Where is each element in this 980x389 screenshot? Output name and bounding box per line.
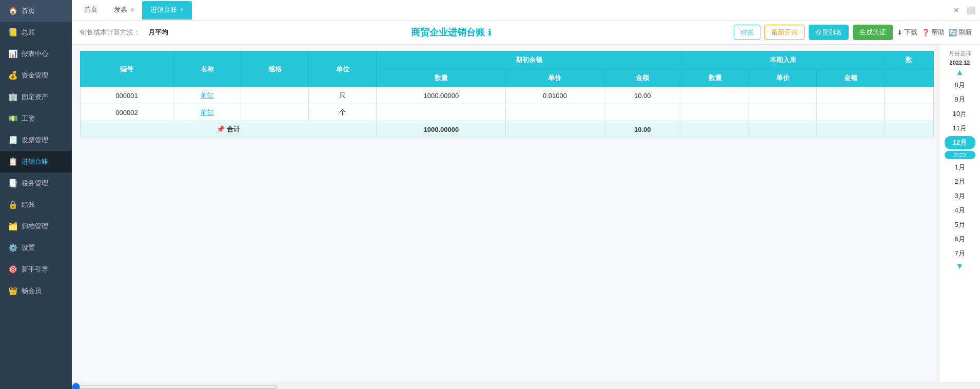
cell-ps-amount-1: 10.00 (604, 87, 681, 104)
tab-purchase-sales-close[interactable]: × (180, 6, 184, 13)
sidebar-item-invoice-mgmt[interactable]: 🧾 发票管理 (0, 129, 72, 151)
cell-name-1[interactable]: 前缸 (173, 87, 241, 104)
total-ib-amount (817, 121, 885, 138)
sidebar-label-salary: 工资 (22, 114, 35, 123)
sidebar-item-member[interactable]: 👑 畅会员 (0, 280, 72, 302)
window-close-btn[interactable]: ✕ (951, 5, 962, 15)
save-alias-button[interactable]: 存货别名 (809, 25, 849, 40)
month-7[interactable]: 7月 (945, 247, 975, 260)
sidebar-item-close[interactable]: 🔒 结账 (0, 194, 72, 216)
col-ps-qty: 数量 (377, 69, 506, 87)
help-button[interactable]: ❓ 帮助 (922, 28, 945, 37)
horizontal-scrollbar[interactable] (72, 383, 277, 389)
tab-home[interactable]: 首页 (76, 1, 106, 20)
month-8[interactable]: 8月 (945, 79, 975, 92)
cell-ib-price-2 (749, 104, 817, 121)
sidebar-item-purchase-sales[interactable]: 📋 进销台账 (0, 151, 72, 172)
month-panel: 月份选择 2022.12 ▲ 8月 9月 10月 11月 12月 2023 1月… (939, 45, 980, 382)
cell-ps-price-1: 0.01000 (506, 87, 604, 104)
month-4[interactable]: 4月 (945, 204, 975, 217)
total-ib-price (749, 121, 817, 138)
sidebar-label-reports: 报表中心 (22, 49, 48, 59)
sidebar-item-reports[interactable]: 📊 报表中心 (0, 43, 72, 65)
month-9[interactable]: 9月 (945, 93, 975, 106)
table-row: 000001 前缸 只 1000.00000 0.01000 10.00 (81, 87, 934, 104)
sidebar-item-ledger[interactable]: 📒 总账 (0, 22, 72, 43)
sidebar-item-archive[interactable]: 🗂️ 归档管理 (0, 216, 72, 237)
cell-ps-amount-2 (604, 104, 681, 121)
reports-icon: 📊 (8, 49, 17, 59)
total-row: 📌合计 1000.00000 10.00 (81, 121, 934, 138)
month-5[interactable]: 5月 (945, 218, 975, 231)
total-ps-price (506, 121, 604, 138)
page-title: 商贸企业进销台账 ℹ (177, 26, 726, 38)
sidebar-item-fixed-assets[interactable]: 🏢 固定资产 (0, 86, 72, 108)
calc-method-value: 月平均 (148, 28, 168, 37)
cell-ib-amount-1 (817, 87, 885, 104)
col-inbound: 本期入库 (681, 51, 885, 69)
sidebar-item-home[interactable]: 🏠 首页 (0, 0, 72, 22)
tab-purchase-sales[interactable]: 进销台账 × (142, 1, 192, 20)
month-1[interactable]: 1月 (945, 161, 975, 174)
total-ps-qty: 1000.00000 (377, 121, 506, 138)
download-button[interactable]: ⬇ 下载 (897, 28, 917, 37)
sidebar-label-guide: 新手引导 (22, 265, 48, 274)
sidebar-item-salary[interactable]: 💵 工资 (0, 108, 72, 129)
sidebar-item-funds[interactable]: 💰 资金管理 (0, 65, 72, 86)
cell-ib-qty-1 (681, 87, 749, 104)
year-2023-marker: 2023 (945, 151, 975, 159)
sidebar-label-tax: 税务管理 (22, 179, 48, 188)
cell-spec-1 (241, 87, 309, 104)
scroll-up-arrow[interactable]: ▲ (955, 67, 965, 78)
sidebar-label-settings: 设置 (22, 243, 35, 252)
tab-invoice-close[interactable]: × (130, 6, 134, 13)
funds-icon: 💰 (8, 71, 17, 80)
month-10[interactable]: 10月 (945, 107, 975, 121)
scroll-down-arrow[interactable]: ▼ (955, 261, 965, 272)
settings-icon: ⚙️ (8, 243, 17, 252)
guide-icon: 🎯 (8, 265, 17, 274)
month-11[interactable]: 11月 (945, 122, 975, 135)
cell-ps-qty-1: 1000.00000 (377, 87, 506, 104)
col-unit: 单位 (309, 51, 377, 87)
window-maximize-btn[interactable]: ⬜ (966, 5, 976, 15)
tab-invoice[interactable]: 发票 × (106, 1, 142, 20)
close-account-icon: 🔒 (8, 200, 17, 209)
refresh-button[interactable]: 🔄 刷新 (949, 28, 972, 37)
content-area: 销售成本计算方法： 月平均 商贸企业进销台账 ℹ 对账 重新开账 存货别名 生成… (72, 21, 980, 389)
col-ps-amount: 金额 (604, 69, 681, 87)
sidebar-item-tax[interactable]: 📑 税务管理 (0, 172, 72, 194)
cell-ps-price-2 (506, 104, 604, 121)
duizhang-button[interactable]: 对账 (734, 25, 760, 40)
month-3[interactable]: 3月 (945, 189, 975, 203)
help-icon: ❓ (922, 29, 930, 36)
sidebar-label-member: 畅会员 (22, 286, 42, 296)
col-more: 数 (885, 51, 934, 69)
sidebar-item-settings[interactable]: ⚙️ 设置 (0, 237, 72, 259)
info-icon[interactable]: ℹ (488, 28, 491, 37)
generate-voucher-button[interactable]: 生成凭证 (853, 25, 893, 40)
table-row: 000002 前缸 个 (81, 104, 934, 121)
tab-invoice-label: 发票 (114, 5, 127, 14)
help-label: 帮助 (931, 28, 945, 37)
col-code: 编号 (81, 51, 173, 87)
month-6[interactable]: 6月 (945, 232, 975, 246)
table-container: 编号 名称 规格 单位 期初余额 本期入库 数 数量 单价 金额 数 (72, 45, 980, 382)
purchase-sales-icon: 📋 (8, 157, 17, 166)
sidebar: 🏠 首页 📒 总账 📊 报表中心 💰 资金管理 🏢 固定资产 💵 工资 🧾 发票… (0, 0, 72, 389)
download-label: 下载 (904, 28, 917, 37)
cell-ib-amount-2 (817, 104, 885, 121)
month-12[interactable]: 12月 (945, 136, 975, 149)
sidebar-label-fixed-assets: 固定资产 (22, 92, 48, 102)
month-2[interactable]: 2月 (945, 175, 975, 188)
cell-name-2[interactable]: 前缸 (173, 104, 241, 121)
sidebar-label-funds: 资金管理 (22, 71, 48, 80)
col-ib-amount: 金额 (817, 69, 885, 87)
bottom-scrollbar[interactable] (72, 382, 980, 389)
cell-unit-2: 个 (309, 104, 377, 121)
sidebar-item-guide[interactable]: 🎯 新手引导 (0, 259, 72, 280)
tab-bar-right: ✕ ⬜ (951, 5, 976, 15)
cell-spec-2 (241, 104, 309, 121)
col-ib-price: 单价 (749, 69, 817, 87)
reopen-button[interactable]: 重新开账 (765, 25, 805, 40)
